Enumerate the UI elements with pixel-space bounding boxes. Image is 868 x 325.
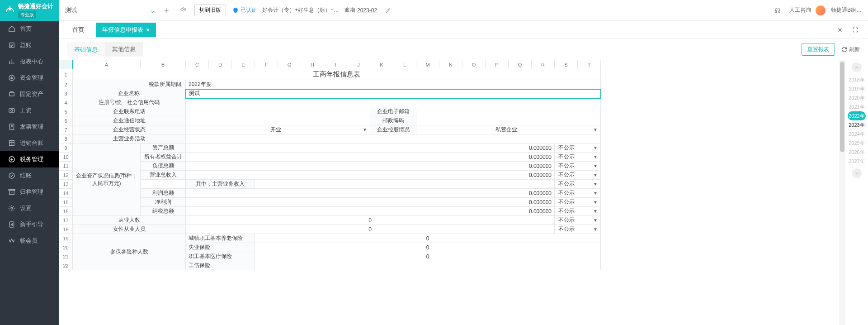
svg-rect-11 <box>9 222 14 227</box>
sidebar-item-salary[interactable]: 工资 <box>0 102 59 119</box>
svg-point-8 <box>9 173 14 178</box>
year-2019年[interactable]: 2019年 <box>848 84 866 93</box>
sidebar-item-home[interactable]: 首页 <box>0 21 59 37</box>
disclose-1[interactable]: 不公示▼ <box>555 153 601 162</box>
svg-rect-6 <box>9 141 14 146</box>
reports-icon <box>8 58 15 65</box>
status-select[interactable]: 开业▼ <box>186 125 370 134</box>
sidebar-item-funds[interactable]: 资金管理 <box>0 70 59 86</box>
action-row: 基础信息 其他信息 重置报表 刷新 <box>59 39 868 60</box>
asset-section-header: 企业资产状况信息(币种：人民币万元) <box>73 143 141 216</box>
disclose-fem[interactable]: 不公示▼ <box>555 225 601 234</box>
year-up-button[interactable] <box>852 62 862 72</box>
subtab-other[interactable]: 其他信息 <box>105 42 143 57</box>
sidebar-item-settings[interactable]: 设置 <box>0 200 59 216</box>
year-2027年[interactable]: 2027年 <box>848 157 866 166</box>
year-2025年[interactable]: 2025年 <box>848 139 866 148</box>
year-2018年[interactable]: 2018年 <box>848 75 866 84</box>
disclose-5[interactable]: 不公示▼ <box>555 198 601 207</box>
tab-home[interactable]: 首页 <box>65 26 91 34</box>
brand-name: 畅捷通好会计 <box>18 2 53 10</box>
stock-icon <box>8 139 15 147</box>
reset-report-button[interactable]: 重置报表 <box>802 43 835 56</box>
tabstrip: 首页 年报信息申报表 × <box>59 21 868 39</box>
sidebar-item-close[interactable]: 结账 <box>0 167 59 184</box>
refresh-button[interactable]: 刷新 <box>841 46 860 53</box>
home-icon <box>8 25 15 33</box>
scrollbar-thumb[interactable] <box>840 62 844 152</box>
period-value[interactable]: 2023-02 <box>357 7 377 14</box>
chevron-down-icon: ⌄ <box>150 7 156 14</box>
spreadsheet[interactable]: ABCDEFGHIJKLMNOPQRST1工商年报信息表2税款所属期间:2022… <box>59 60 845 325</box>
sidebar-item-ledger[interactable]: 总账 <box>0 37 59 53</box>
brand-sub: 专业版 <box>18 11 36 19</box>
sidebar-item-invoice[interactable]: 发票管理 <box>0 119 59 135</box>
settings-icon-button[interactable] <box>177 4 190 17</box>
disclose-4[interactable]: 不公示▼ <box>555 189 601 198</box>
archive-icon <box>8 188 15 196</box>
sidebar-item-vip[interactable]: 畅会员 <box>0 233 59 249</box>
svg-rect-9 <box>9 191 14 194</box>
year-2024年[interactable]: 2024年 <box>848 129 866 139</box>
sidebar-item-tax[interactable]: 税务管理 <box>0 151 59 167</box>
svg-rect-2 <box>9 92 14 96</box>
subtab-basic[interactable]: 基础信息 <box>67 42 105 57</box>
year-2022年[interactable]: 2022年 <box>848 111 866 120</box>
sidebar-item-archive[interactable]: 归档管理 <box>0 184 59 200</box>
year-2026年[interactable]: 2026年 <box>848 148 866 157</box>
year-2021年[interactable]: 2021年 <box>848 102 866 111</box>
disclose-2[interactable]: 不公示▼ <box>555 162 601 171</box>
disclose-emp[interactable]: 不公示▼ <box>555 216 601 225</box>
assets-icon <box>8 91 15 98</box>
sidebar-item-reports[interactable]: 报表中心 <box>0 53 59 70</box>
scrollbar-vertical[interactable] <box>839 60 845 325</box>
year-down-button[interactable] <box>852 168 862 178</box>
avatar[interactable] <box>816 5 826 15</box>
close-all-button[interactable] <box>834 24 846 36</box>
shield-icon <box>232 7 239 14</box>
sidebar-item-stock[interactable]: 进销台账 <box>0 135 59 151</box>
year-2023年[interactable]: 2023年 <box>848 120 866 129</box>
sidebar: 畅捷通好会计 专业版 首页总账报表中心资金管理固定资产工资发票管理进销台账税务管… <box>0 0 59 325</box>
edit-period-button[interactable] <box>382 4 394 17</box>
fullscreen-button[interactable] <box>849 24 862 36</box>
year-panel: 2018年2019年2020年2021年2022年2023年2024年2025年… <box>845 60 868 325</box>
disclose-3[interactable]: 不公示▼ <box>555 171 601 180</box>
svg-point-4 <box>11 110 13 111</box>
user-name[interactable]: 畅捷通B组… <box>831 6 862 14</box>
plan-text: 好会计（专）+好生意（标）+… <box>262 6 339 14</box>
switch-old-button[interactable]: 切到旧版 <box>194 5 226 16</box>
company-name-cell[interactable]: 测试 <box>186 89 601 98</box>
period-label: 账期 <box>344 6 355 14</box>
sidebar-item-guide[interactable]: 新手引导 <box>0 216 59 233</box>
invoice-icon <box>8 123 15 130</box>
funds-icon <box>8 74 15 81</box>
disclose-6[interactable]: 不公示▼ <box>555 207 601 216</box>
guide-icon <box>8 221 15 228</box>
year-2020年[interactable]: 2020年 <box>848 93 866 102</box>
sidebar-item-assets[interactable]: 固定资产 <box>0 86 59 102</box>
tax-icon <box>8 156 15 163</box>
verified-badge: 已认证 <box>232 6 257 14</box>
topbar: 测试 ⌄ 切到旧版 已认证 好会计（专）+好生意（标）+… 账期 2023-02… <box>59 0 868 21</box>
salary-icon <box>8 107 15 114</box>
add-button[interactable] <box>160 4 173 17</box>
disclose-sub[interactable]: 不公示▼ <box>555 180 601 189</box>
brand-logo-icon <box>5 5 15 16</box>
headset-icon[interactable] <box>771 4 784 17</box>
company-selector[interactable]: 测试 ⌄ <box>65 6 156 14</box>
support-link[interactable]: 人工咨询 <box>789 6 811 14</box>
close-icon <box>8 172 15 179</box>
vip-icon <box>8 237 15 244</box>
svg-rect-3 <box>9 109 14 112</box>
ledger-icon <box>8 42 15 49</box>
close-icon[interactable]: × <box>146 26 150 33</box>
company-name: 测试 <box>65 6 77 14</box>
tab-annual-report[interactable]: 年报信息申报表 × <box>96 23 156 37</box>
holding-select[interactable]: 私营企业▼ <box>416 125 601 134</box>
disclose-0[interactable]: 不公示▼ <box>555 143 601 153</box>
svg-point-10 <box>11 207 13 209</box>
insurance-section-header: 参保各险种人数 <box>73 234 186 270</box>
svg-point-12 <box>183 10 184 11</box>
brand: 畅捷通好会计 专业版 <box>0 0 59 21</box>
